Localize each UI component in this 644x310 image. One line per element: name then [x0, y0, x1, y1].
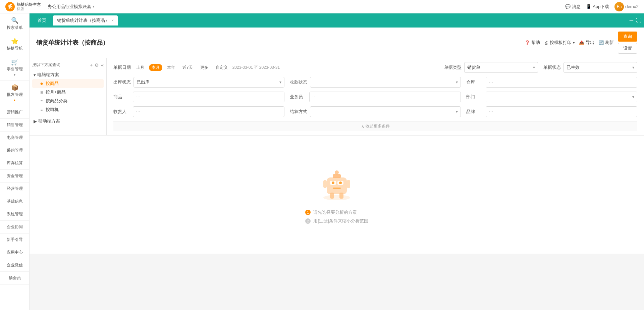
collapse-bar[interactable]: ∧ 收起更多条件 [113, 121, 637, 131]
filter-dept-item: 部门 ▾ [466, 92, 637, 102]
filter-date-item: 单据日期 上月 本月 本年 近7天 更多 自定义 2023-03-01 至 20… [113, 64, 439, 71]
sidebar-item-sales[interactable]: 销售管理 [0, 119, 29, 132]
workspace-selector[interactable]: 办公用品行业模拟账套 ▾ [48, 4, 95, 10]
sidebar-item-guide[interactable]: 新手引导 [0, 234, 29, 246]
filter-goods-label: 商品 [113, 94, 130, 100]
filter-goods-control: ··· [133, 92, 284, 102]
filter-dept-select[interactable]: ▾ [486, 92, 637, 102]
sidebar-item-purchase[interactable]: 采购管理 [0, 144, 29, 157]
scheme-group-mobile: ▶ 移动端方案 [32, 117, 104, 125]
sidebar-item-retail[interactable]: 🛒 零售管理 ▼ [0, 55, 29, 81]
scheme-panel-actions: + ⚙ « [90, 62, 104, 68]
svg-point-8 [335, 170, 339, 174]
filter-doctype-control: 销货单 ▾ [464, 62, 538, 73]
scheme-item-by-month-goods[interactable]: ⊞ 按月+商品 [32, 88, 104, 97]
app-icon: 📱 [586, 4, 591, 9]
help-icon: ❓ [525, 40, 530, 45]
user-avatar: Ea [614, 2, 624, 11]
filter-brand-label: 品牌 [466, 109, 483, 115]
search-icon: 🔍 [1, 17, 28, 24]
scheme-item-by-goods[interactable]: ● 按商品 [32, 79, 104, 88]
query-button[interactable]: 查询 [618, 32, 637, 42]
sidebar-item-finance[interactable]: 资金管理 [0, 170, 29, 183]
filter-row-4: 收货人 ··· 结算方式 [113, 106, 637, 117]
template-print-button[interactable]: 🖨 按模板打印 ▾ [544, 40, 575, 46]
export-button[interactable]: 📤 导出 [579, 40, 594, 46]
sidebar-item-search[interactable]: 🔍 搜索菜单 [0, 13, 29, 34]
filter-docstatus-item: 单据状态 已生效 ▾ [543, 62, 637, 73]
help-button[interactable]: ❓ 帮助 [525, 40, 540, 46]
sidebar-item-enterprise[interactable]: 企业协同 [0, 221, 29, 234]
filter-docstatus-select[interactable]: 已生效 ▾ [564, 62, 637, 73]
refresh-button[interactable]: 🔄 刷新 [598, 40, 614, 46]
collectstatus-dropdown-icon: ▾ [456, 80, 458, 85]
empty-illustration [317, 162, 357, 203]
page-content: 销货单统计计表（按商品） ❓ 帮助 🖨 按模板打印 ▾ 📤 [30, 28, 644, 310]
filter-goods-select[interactable]: ··· [133, 92, 284, 102]
tab-maximize-button[interactable]: ⛶ [636, 17, 641, 23]
date-tag-more[interactable]: 更多 [198, 64, 211, 71]
filter-row-3: 商品 ··· 业务员 [113, 92, 637, 102]
filter-salesperson-item: 业务员 ··· [290, 92, 461, 102]
tab-home[interactable]: 首页 [32, 15, 52, 25]
print-icon: 🖨 [544, 40, 548, 45]
scheme-item-by-driver[interactable]: ≡ 按司机 [32, 105, 104, 114]
settings-button[interactable]: 设置 [618, 43, 637, 54]
scheme-collapse-button[interactable]: « [101, 62, 104, 68]
page-inner: 销货单统计计表（按商品） ❓ 帮助 🖨 按模板打印 ▾ 📤 [30, 28, 644, 254]
scheme-driver-icon: ≡ [39, 107, 44, 112]
content-area: 首页 销货单统计计表（按商品） × ─ ⛶ 销货单统计计表（按商品） ❓ [30, 13, 644, 310]
filter-collectstatus-label: 收款状态 [290, 79, 307, 85]
message-button[interactable]: 💬 消息 [565, 4, 581, 10]
sidebar-item-inventory[interactable]: 库存核算 [0, 157, 29, 170]
filter-doctype-select[interactable]: 销货单 ▾ [464, 62, 538, 73]
sidebar-item-wholesale[interactable]: 📦 批发管理 ▲ [0, 81, 29, 106]
empty-state: 1 请先选择要分析的方案 2 用[过滤]条件来缩小分析范围 [30, 136, 644, 254]
svg-rect-1 [327, 177, 347, 194]
date-tag-thisyear[interactable]: 本年 [164, 64, 178, 71]
tab-close-button[interactable]: × [111, 18, 114, 23]
filter-warehouse-select[interactable]: ··· [486, 77, 637, 88]
tab-active-salestats[interactable]: 销货单统计计表（按商品） × [53, 15, 118, 25]
user-profile[interactable]: Ea demo2 [614, 2, 639, 11]
filter-settle-control: ▾ [310, 106, 461, 117]
docstatus-dropdown-icon: ▾ [632, 65, 634, 70]
filter-receiver-control: ··· [133, 106, 284, 117]
filter-outstatus-control: 已出库 ▾ [133, 77, 284, 88]
filter-brand-select[interactable]: ··· [486, 106, 637, 117]
sidebar-item-member[interactable]: 畅会员 [0, 272, 29, 285]
sidebar-item-appcenter[interactable]: 应用中心 [0, 246, 29, 259]
scheme-group-mobile-header[interactable]: ▶ 移动端方案 [32, 117, 104, 125]
filter-outstatus-select[interactable]: 已出库 ▾ [133, 77, 284, 88]
logo-text: 畅捷信好生意 标版 [17, 2, 41, 11]
filter-receiver-select[interactable]: ··· [133, 106, 284, 117]
date-tag-lastmonth[interactable]: 上月 [133, 64, 147, 71]
step-num-1: 1 [305, 210, 311, 215]
topbar: 畅 畅捷信好生意 标版 办公用品行业模拟账套 ▾ 💬 消息 📱 App下载 Ea… [0, 0, 644, 13]
sidebar-item-quicknav[interactable]: ⭐ 快捷导航 [0, 34, 29, 55]
app-download-button[interactable]: 📱 App下载 [586, 4, 609, 10]
topbar-left: 畅 畅捷信好生意 标版 办公用品行业模拟账套 ▾ [5, 2, 95, 11]
filter-settle-select[interactable]: ▾ [310, 106, 461, 117]
sidebar-item-operations[interactable]: 经营管理 [0, 183, 29, 195]
scheme-group-desktop-header[interactable]: ▾ 电脑端方案 [32, 70, 104, 79]
svg-rect-12 [339, 193, 343, 199]
sidebar-item-system[interactable]: 系统管理 [0, 208, 29, 221]
sidebar-item-ecommerce[interactable]: 电商管理 [0, 132, 29, 144]
date-tag-thismonth[interactable]: 本月 [149, 64, 162, 71]
sidebar-item-wechat[interactable]: 企业微信 [0, 259, 29, 272]
scheme-item-by-category[interactable]: ≡ 按商品分类 [32, 97, 104, 105]
tab-bar-actions: ─ ⛶ [630, 17, 641, 23]
sidebar-item-basics[interactable]: 基础信息 [0, 195, 29, 208]
dept-dropdown-icon: ▾ [632, 95, 634, 99]
scheme-settings-button[interactable]: ⚙ [95, 62, 99, 68]
sidebar-item-marketing[interactable]: 营销推广 [0, 106, 29, 119]
scheme-add-button[interactable]: + [90, 62, 93, 68]
filter-collectstatus-select[interactable]: ▾ [310, 77, 461, 88]
tab-minimize-button[interactable]: ─ [630, 17, 633, 23]
filter-date-label: 单据日期 [113, 64, 131, 70]
svg-point-4 [332, 182, 334, 184]
filter-salesperson-select[interactable]: ··· [309, 92, 461, 102]
date-tag-7days[interactable]: 近7天 [180, 64, 196, 71]
date-tag-custom[interactable]: 自定义 [213, 64, 230, 71]
